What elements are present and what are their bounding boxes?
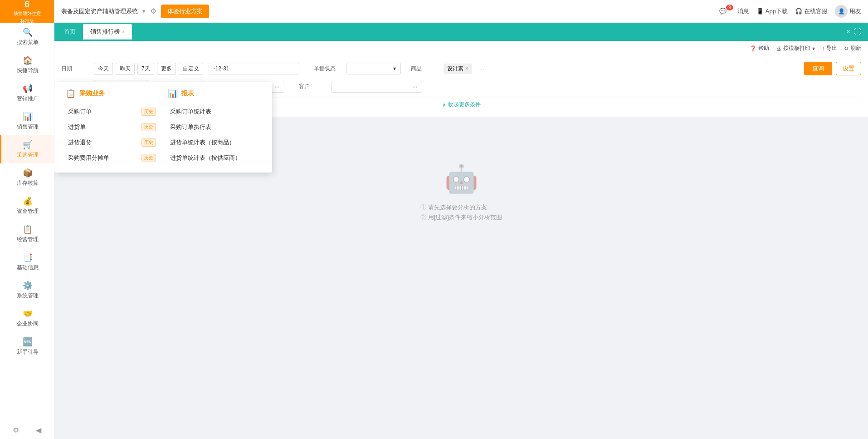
goods-stat-by-product-label: 进货单统计表（按商品） <box>170 138 235 147</box>
purchase-expense-history[interactable]: 历史 <box>141 154 156 162</box>
app-download-item[interactable]: 📱 App下载 <box>756 7 788 15</box>
message-badge: 9 <box>726 5 733 10</box>
sidebar-label-system: 系统管理 <box>17 292 39 300</box>
goods-return-label: 进货退货 <box>68 138 92 147</box>
sidebar-label-marketing: 营销推广 <box>17 95 39 103</box>
tab-sales-rank[interactable]: 销售排行榜 × <box>83 24 132 39</box>
collapse-label: 收起更多条件 <box>448 101 481 109</box>
tab-home[interactable]: 首页 <box>57 24 83 39</box>
help-btn[interactable]: ❓ 帮助 <box>750 44 769 52</box>
online-service-item[interactable]: 🎧 在线客服 <box>795 7 828 15</box>
export-btn[interactable]: ↑ 导出 <box>822 44 837 52</box>
sidebar-settings-btn[interactable]: ⚙ <box>13 426 19 434</box>
sidebar-item-quicknav[interactable]: 🏠 快捷导航 <box>0 51 54 79</box>
purchase-order-history[interactable]: 历史 <box>141 108 156 116</box>
refresh-label: 刷新 <box>850 44 861 52</box>
navtabs-end: × ⛶ <box>846 28 866 36</box>
sidebar-item-sales[interactable]: 📊 销售管理 <box>0 107 54 135</box>
salesman-dots: ··· <box>275 84 279 90</box>
sidebar-label-purchase: 采购管理 <box>17 151 39 159</box>
window-close-icon[interactable]: × <box>846 28 850 36</box>
status-select[interactable]: ▾ <box>346 63 401 74</box>
sidebar-label-sales: 销售管理 <box>17 123 39 131</box>
sidebar-label-cooperation: 企业协同 <box>17 320 39 328</box>
goods-dots[interactable]: ··· <box>479 65 484 72</box>
setting-btn[interactable]: 设置 <box>836 62 861 75</box>
inventory-icon: 📦 <box>23 168 33 178</box>
popup-purchase-order-stat[interactable]: 采购订单统计表 <box>168 104 261 119</box>
search-icon: 🔍 <box>23 27 33 37</box>
sidebar-item-baseinfo[interactable]: 📑 基础信息 <box>0 248 54 276</box>
sidebar-collapse-btn[interactable]: ◀ <box>36 426 41 434</box>
popup-goods-stat-by-product[interactable]: 进货单统计表（按商品） <box>168 135 261 150</box>
sidebar-item-guide[interactable]: 🆕 新手引导 <box>0 332 54 360</box>
date-label: 日期 <box>61 65 88 73</box>
sidebar-item-operation[interactable]: 📋 经营管理 <box>0 220 54 248</box>
popup-purchase-order[interactable]: 采购订单 历史 <box>66 104 158 119</box>
popup-goods-return[interactable]: 进货退货 历史 <box>66 135 158 150</box>
purchase-order-stat-label: 采购订单统计表 <box>170 108 211 116</box>
sidebar-item-inventory[interactable]: 📦 库存核算 <box>0 163 54 192</box>
sidebar-item-search[interactable]: 🔍 搜索菜单 <box>0 23 54 51</box>
empty-icon: 🤖 <box>444 163 478 195</box>
window-expand-icon[interactable]: ⛶ <box>854 28 861 36</box>
date-today-btn[interactable]: 今天 <box>94 63 113 75</box>
print-arrow[interactable]: ▾ <box>812 45 815 52</box>
report-col-icon: 📊 <box>168 89 178 99</box>
logo-brand: 畅捷通好生意 <box>14 10 41 17</box>
sidebar-item-cooperation[interactable]: 🤝 企业协同 <box>0 304 54 332</box>
topbar-gear-icon[interactable]: ⚙ <box>150 7 156 15</box>
date-yesterday-btn[interactable]: 昨天 <box>116 63 135 75</box>
customer-label: 客户 <box>299 83 326 90</box>
sidebar-item-marketing[interactable]: 📢 营销推广 <box>0 79 54 107</box>
print-btn[interactable]: 🖨 按模板打印 ▾ <box>776 44 815 52</box>
export-icon: ↑ <box>822 45 824 52</box>
date-7days-btn[interactable]: 7天 <box>137 63 154 75</box>
sidebar-bottom: ⚙ ◀ <box>0 421 54 439</box>
user-item[interactable]: 👤 用友 <box>835 5 861 18</box>
marketing-icon: 📢 <box>23 84 33 94</box>
popup-goods-stat-by-supplier[interactable]: 进货单统计表（按供应商） <box>168 150 261 166</box>
goods-return-history[interactable]: 历史 <box>141 138 156 147</box>
fund-icon: 💰 <box>23 196 33 206</box>
filter-row-1: 日期 今天 昨天 7天 更多 自定义 单据状态 ▾ 商品 设计素 × <box>61 62 861 75</box>
sidebar-item-fund[interactable]: 💰 资金管理 <box>0 192 54 220</box>
sidebar-label-search: 搜索菜单 <box>17 39 39 46</box>
goods-tag-close[interactable]: × <box>465 65 468 72</box>
home-icon: 🏠 <box>23 55 33 65</box>
purchase-order-exec-label: 采购订单执行表 <box>170 123 211 131</box>
date-range-input[interactable] <box>209 63 299 74</box>
popup-purchase-order-exec[interactable]: 采购订单执行表 <box>168 119 261 135</box>
tab-close-icon[interactable]: × <box>122 29 125 35</box>
popup-goods-receipt[interactable]: 进货单 历史 <box>66 119 158 135</box>
sidebar-label-guide: 新手引导 <box>17 348 39 356</box>
purchase-col-icon: 📋 <box>66 89 76 99</box>
topbar-dropdown-arrow[interactable]: ▾ <box>142 8 146 15</box>
sidebar-item-system[interactable]: ⚙️ 系统管理 <box>0 276 54 304</box>
sidebar-label-operation: 经营管理 <box>17 236 39 243</box>
content-area: ❓ 帮助 🖨 按模板打印 ▾ ↑ 导出 ↻ 刷新 日期 今 <box>54 41 868 439</box>
query-btn[interactable]: 查询 <box>804 62 832 75</box>
message-label: 消息 <box>737 7 749 15</box>
topbar: 装备及固定资产辅助管理系统 ▾ ⚙ 体验行业方案 💬 9 消息 📱 App下载 … <box>54 0 868 23</box>
date-custom-btn[interactable]: 自定义 <box>179 63 203 75</box>
industry-btn[interactable]: 体验行业方案 <box>161 5 209 18</box>
popup-menu: 📋 采购业务 采购订单 历史 进货单 历史 进货退货 历史 采购费用分摊单 <box>54 82 272 173</box>
sidebar-item-purchase[interactable]: 🛒 采购管理 <box>0 135 54 163</box>
date-more-btn[interactable]: 更多 <box>157 63 176 75</box>
popup-purchase-expense[interactable]: 采购费用分摊单 历史 <box>66 150 158 166</box>
message-item[interactable]: 💬 9 消息 <box>719 7 749 15</box>
popup-report-header: 📊 报表 <box>168 89 261 99</box>
popup-report-col: 📊 报表 采购订单统计表 采购订单执行表 进货单统计表（按商品） 进货单统计表（… <box>163 89 265 166</box>
purchase-col-title: 采购业务 <box>79 89 105 98</box>
goods-label: 商品 <box>411 65 438 73</box>
refresh-icon: ↻ <box>844 45 848 52</box>
popup-purchase-header: 📋 采购业务 <box>66 89 158 99</box>
help-label: 帮助 <box>758 44 769 52</box>
goods-receipt-history[interactable]: 历史 <box>141 123 156 131</box>
guide-icon: 🆕 <box>23 337 33 347</box>
refresh-btn[interactable]: ↻ 刷新 <box>844 44 861 52</box>
goods-stat-by-supplier-label: 进货单统计表（按供应商） <box>170 154 241 162</box>
customer-select[interactable]: ··· <box>332 81 422 93</box>
operation-icon: 📋 <box>23 224 33 234</box>
